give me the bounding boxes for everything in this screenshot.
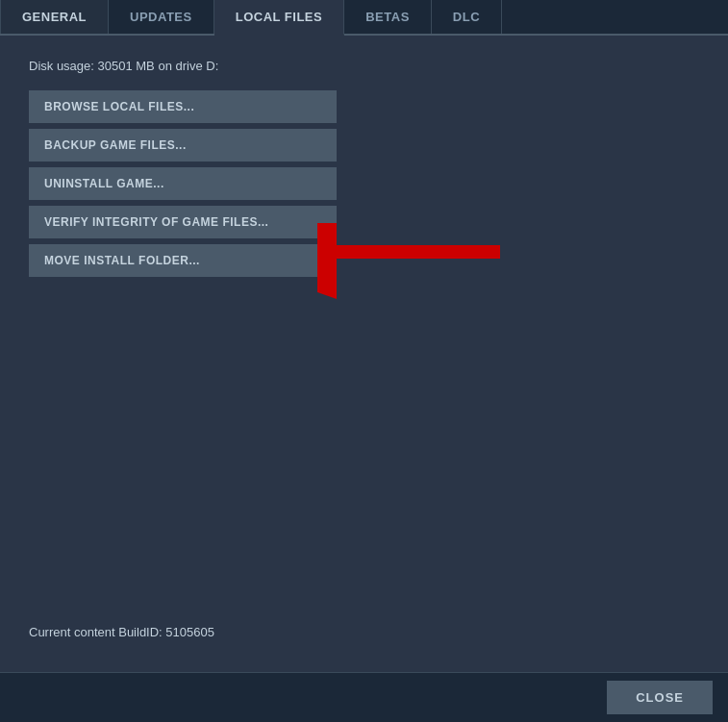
tab-general[interactable]: GENERAL [0, 0, 109, 34]
button-backup-game[interactable]: BACKUP GAME FILES... [29, 129, 337, 162]
main-content: Disk usage: 30501 MB on drive D: BROWSE … [0, 36, 728, 672]
tab-updates[interactable]: UPDATES [109, 0, 214, 34]
tab-local-files[interactable]: LOCAL FILES [214, 0, 344, 36]
disk-usage-label: Disk usage: 30501 MB on drive D: [29, 59, 699, 73]
button-uninstall[interactable]: UNINSTALL GAME... [29, 167, 337, 200]
arrow-annotation [317, 223, 510, 300]
button-browse-local[interactable]: BROWSE LOCAL FILES... [29, 90, 337, 123]
button-move-install[interactable]: MOVE INSTALL FOLDER... [29, 244, 337, 277]
tab-bar: GENERALUPDATESLOCAL FILESBETASDLC [0, 0, 728, 36]
tab-dlc[interactable]: DLC [432, 0, 502, 34]
build-id-label: Current content BuildID: 5105605 [29, 625, 699, 649]
tab-betas[interactable]: BETAS [344, 0, 432, 34]
button-verify-integrity[interactable]: VERIFY INTEGRITY OF GAME FILES... [29, 206, 337, 238]
action-buttons: BROWSE LOCAL FILES...BACKUP GAME FILES..… [29, 90, 337, 277]
footer: CLOSE [0, 672, 728, 722]
steam-properties-window: GENERALUPDATESLOCAL FILESBETASDLC Disk u… [0, 0, 728, 722]
close-button[interactable]: CLOSE [607, 681, 713, 714]
